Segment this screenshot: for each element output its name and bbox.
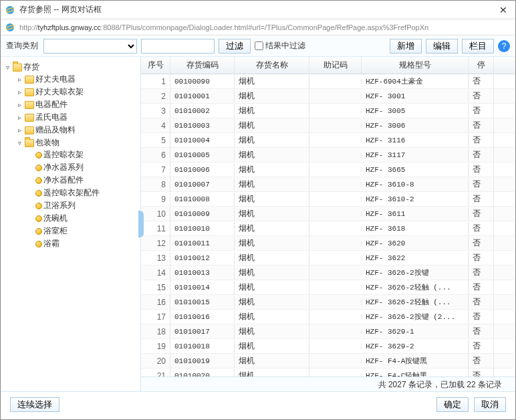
table-row[interactable]: 401010003烟机HZF- 3006否	[141, 118, 515, 133]
table-row[interactable]: 1401010013烟机HZF- 3626-2按键否	[141, 266, 515, 280]
col-header[interactable]: 规格型号	[362, 57, 469, 74]
tree-label: 包装物	[35, 137, 59, 148]
tree-label: 洗碗机	[43, 213, 68, 224]
table-row[interactable]: 1301010012烟机HZF- 3622否	[141, 251, 515, 266]
category-tree: ▿存货 ▹好丈夫电器▹好丈夫晾衣架▹电器配件▹孟氏电器▹赠品及物料▿包装物遥控晾…	[1, 57, 141, 391]
tree-item[interactable]: 遥控晾衣架配件	[26, 187, 138, 199]
tree-label: 浴霸	[43, 238, 59, 249]
folder-icon	[25, 126, 34, 134]
help-icon[interactable]: ?	[498, 40, 510, 52]
ie-icon	[5, 5, 15, 15]
col-header[interactable]: 助记码	[309, 57, 362, 74]
tree-label: 好丈夫晾衣架	[35, 86, 84, 98]
edit-button[interactable]: 编辑	[426, 39, 458, 54]
col-header[interactable]: 停	[469, 57, 494, 74]
table-row[interactable]: 501010004烟机HZF- 3116否	[141, 133, 515, 148]
tree-label: 浴室柜	[43, 225, 68, 237]
tree-folder[interactable]: ▹好丈夫晾衣架	[15, 86, 138, 98]
tree-item[interactable]: 浴室柜	[26, 225, 138, 237]
window-title: 存货参照 -- 网页对话框	[19, 4, 495, 15]
tree-item[interactable]: 卫浴系列	[26, 200, 138, 211]
table-row[interactable]: 2101010020烟机HZF- F4-C轻触黑否	[141, 369, 515, 377]
tree-label: 遥控晾衣架	[43, 149, 84, 161]
tree-folder[interactable]: ▹孟氏电器	[15, 112, 138, 123]
col-header[interactable]: 存货名称	[235, 57, 309, 74]
grid-body[interactable]: 100100090烟机HZF-6904土豪金否201010001烟机HZF- 3…	[141, 74, 515, 377]
title-bar: 存货参照 -- 网页对话框 ✕	[1, 1, 515, 19]
folder-icon	[25, 114, 34, 122]
tree-item[interactable]: 浴霸	[26, 238, 138, 249]
tree-folder[interactable]: ▹好丈夫电器	[15, 74, 138, 85]
bullet-icon	[35, 190, 42, 197]
footer: 连续选择 确定 取消	[1, 391, 515, 417]
tree-item[interactable]: 洗碗机	[26, 213, 138, 224]
table-row[interactable]: 1501010014烟机HZF- 3626-2轻触 (...否	[141, 280, 515, 295]
ie-icon	[5, 22, 15, 33]
table-row[interactable]: 701010006烟机HZF- 3665否	[141, 163, 515, 177]
filter-button[interactable]: 过滤	[219, 39, 251, 54]
tree-label: 净水器系列	[43, 162, 84, 173]
folder-icon	[25, 88, 34, 96]
table-row[interactable]: 1101010010烟机HZF- 3618否	[141, 221, 515, 236]
table-row[interactable]: 2001010019烟机HZF- F4-A按键黑否	[141, 354, 515, 369]
tree-item[interactable]: 净水器系列	[26, 162, 138, 173]
toolbar: 查询类别 过滤 结果中过滤 新增 编辑 栏目 ?	[1, 35, 515, 57]
columns-button[interactable]: 栏目	[462, 39, 494, 54]
tree-item[interactable]: 净水器配件	[26, 175, 138, 186]
tree-root[interactable]: ▿存货	[3, 62, 138, 73]
table-row[interactable]: 1801010017烟机HZF- 3629-1否	[141, 324, 515, 339]
bullet-icon	[35, 215, 42, 222]
table-row[interactable]: 1601010015烟机HZF- 3626-2轻触 (...否	[141, 295, 515, 310]
tree-folder[interactable]: ▿包装物	[15, 137, 138, 148]
tree-label: 孟氏电器	[35, 112, 68, 123]
result-filter-checkbox[interactable]: 结果中过滤	[255, 40, 305, 51]
table-row[interactable]: 601010005烟机HZF- 3117否	[141, 148, 515, 163]
tree-item[interactable]: 遥控晾衣架	[26, 149, 138, 161]
tree-label: 遥控晾衣架配件	[43, 187, 100, 199]
status-bar: 共 2027 条记录，已加载 22 条记录	[141, 377, 515, 391]
table-row[interactable]: 901010008烟机HZF- 3610-2否	[141, 192, 515, 207]
table-row[interactable]: 1201010011烟机HZF- 3620否	[141, 236, 515, 251]
query-category-select[interactable]	[43, 39, 137, 54]
query-label: 查询类别	[6, 40, 38, 51]
bullet-icon	[35, 241, 42, 247]
col-header[interactable]: 序号	[141, 57, 170, 74]
close-button[interactable]: ✕	[495, 5, 511, 15]
tree-label: 好丈夫电器	[35, 74, 76, 85]
bullet-icon	[35, 203, 42, 209]
table-row[interactable]: 1701010016烟机HZF- 3626-2按键 (2...否	[141, 310, 515, 324]
tree-label: 赠品及物料	[35, 124, 76, 136]
folder-icon	[25, 139, 34, 147]
ok-button[interactable]: 确定	[436, 397, 469, 412]
table-row[interactable]: 1001010009烟机HZF- 3611否	[141, 207, 515, 221]
tree-folder[interactable]: ▹赠品及物料	[15, 124, 138, 136]
col-header[interactable]: 存货编码	[170, 57, 235, 74]
continuous-select-button[interactable]: 连续选择	[10, 397, 59, 412]
tree-label: 净水器配件	[43, 175, 84, 186]
url-bar: http://tyhzftplus.gnway.cc:8088/TPlus/co…	[1, 19, 515, 35]
bullet-icon	[35, 152, 42, 159]
query-input[interactable]	[141, 39, 215, 54]
table-row[interactable]: 301010002烟机HZF- 3005否	[141, 104, 515, 118]
folder-icon	[25, 101, 34, 109]
bullet-icon	[35, 177, 42, 184]
table-row[interactable]: 100100090烟机HZF-6904土豪金否	[141, 74, 515, 89]
splitter-handle[interactable]	[138, 211, 144, 237]
new-button[interactable]: 新增	[390, 39, 422, 54]
url-text: http://tyhzftplus.gnway.cc:8088/TPlus/co…	[19, 23, 428, 31]
table-row[interactable]: 201010001烟机HZF- 3001否	[141, 89, 515, 104]
grid-header: 序号存货编码存货名称助记码规格型号停	[141, 57, 515, 74]
tree-folder[interactable]: ▹电器配件	[15, 99, 138, 110]
bullet-icon	[35, 165, 42, 171]
tree-label: 电器配件	[35, 99, 68, 110]
table-row[interactable]: 1901010018烟机HZF- 3629-2否	[141, 339, 515, 354]
cancel-button[interactable]: 取消	[474, 397, 506, 412]
bullet-icon	[35, 228, 42, 235]
table-row[interactable]: 801010007烟机HZF- 3610-8否	[141, 177, 515, 192]
tree-label: 卫浴系列	[43, 200, 76, 211]
folder-open-icon	[13, 64, 22, 72]
folder-icon	[25, 76, 34, 84]
